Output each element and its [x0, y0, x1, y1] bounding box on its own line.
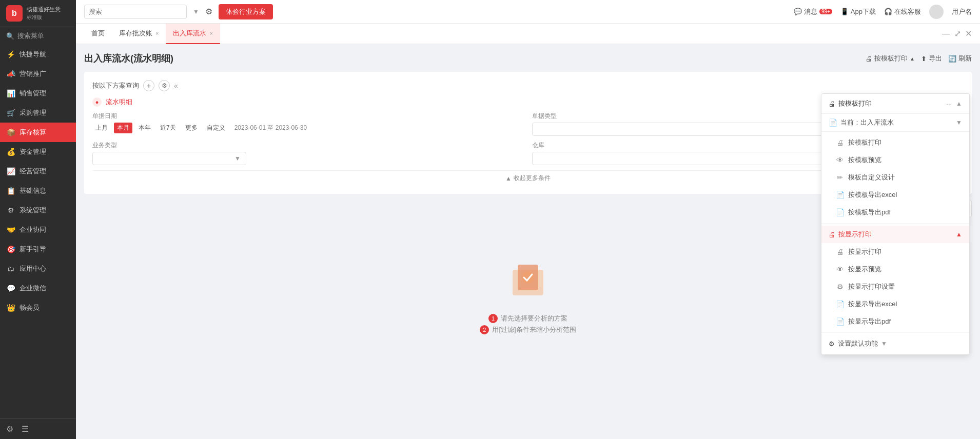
display-print-label: 按显示打印 — [848, 247, 881, 256]
page-actions: 🖨 按模板打印 ▲ ⬆ 导出 🔄 刷新 — [866, 54, 972, 63]
sidebar-item-finance[interactable]: 💰 资金管理 — [0, 142, 76, 162]
export-btn[interactable]: ⬆ 导出 — [921, 54, 942, 63]
marketing-icon: 📣 — [6, 69, 15, 78]
date-tag-last-month[interactable]: 上月 — [92, 123, 111, 133]
sidebar-item-guide[interactable]: 🎯 新手引导 — [0, 240, 76, 259]
dropdown-header: 🖨 按模板打印 ··· ▲ — [821, 94, 969, 114]
date-field: 单据日期 上月 本月 本年 近7天 更多 自定义 2023-06-01 至 20… — [92, 112, 524, 133]
inventory-icon: 📦 — [6, 128, 15, 137]
message-icon: 💬 — [794, 8, 802, 15]
sidebar-item-wechat[interactable]: 💬 企业微信 — [0, 278, 76, 298]
current-template-row: 📄 当前：出入库流水 ▼ — [821, 114, 969, 132]
template-print-item[interactable]: 🖨 按模板打印 — [821, 134, 969, 151]
display-print-settings-item[interactable]: ⚙ 按显示打印设置 — [821, 278, 969, 295]
set-default-btn[interactable]: ⚙ 设置默认功能 ▼ — [829, 336, 887, 351]
customer-service-btn[interactable]: 🎧 在线客服 — [884, 7, 921, 16]
tab-close-all-icon[interactable]: ✕ — [965, 29, 972, 38]
tab-inventory-batch-close[interactable]: × — [155, 30, 159, 36]
collapse-btn[interactable]: ▲ 收起更多条件 — [505, 174, 551, 183]
refresh-btn[interactable]: 🔄 刷新 — [948, 54, 972, 63]
sidebar-item-label: 应用中心 — [19, 264, 46, 273]
filter-header: 按以下方案查询 + ⚙ « — [92, 80, 964, 91]
chevron-up-icon: ▲ — [505, 175, 512, 182]
date-tag-more[interactable]: 更多 — [182, 123, 201, 133]
print-icon-dropdown: 🖨 — [829, 100, 835, 108]
filter-add-btn[interactable]: + — [143, 80, 154, 91]
sidebar-item-quick-nav[interactable]: ⚡ 快捷导航 — [0, 45, 76, 64]
operations-icon: 📈 — [6, 167, 15, 176]
message-btn[interactable]: 💬 消息 99+ — [794, 7, 832, 16]
sidebar-search[interactable]: 🔍 搜索菜单 — [0, 27, 76, 45]
bottom-menu-icon[interactable]: ☰ — [22, 424, 29, 434]
tab-home[interactable]: 首页 — [84, 24, 112, 44]
user-name: 用户名 — [952, 7, 972, 16]
date-tag-last-7[interactable]: 近7天 — [157, 123, 179, 133]
dropdown-panel: 🖨 按模板打印 ··· ▲ 📄 当前：出入库流水 ▼ 🖨 — [821, 93, 970, 355]
sidebar: b 畅捷通好生意 标准版 🔍 搜索菜单 ⚡ 快捷导航 📣 营销推广 📊 销售管理… — [0, 0, 76, 439]
print-template-label: 按模板打印 — [874, 54, 908, 63]
tab-stock-flow-close[interactable]: × — [209, 30, 212, 36]
phone-icon: 📱 — [840, 8, 849, 15]
display-settings-icon: ⚙ — [836, 283, 844, 291]
print-chevron-icon: ▲ — [910, 56, 915, 62]
template-preview-item[interactable]: 👁 按模板预览 — [821, 151, 969, 169]
display-preview-icon: 👁 — [836, 265, 844, 273]
chevron-down-icon[interactable]: ▼ — [193, 8, 199, 15]
sidebar-item-purchase[interactable]: 🛒 采购管理 — [0, 103, 76, 123]
display-preview-item[interactable]: 👁 按显示预览 — [821, 261, 969, 278]
sidebar-item-member[interactable]: 👑 畅会员 — [0, 298, 76, 317]
sidebar-item-operations[interactable]: 📈 经营管理 — [0, 162, 76, 181]
tab-inventory-batch[interactable]: 库存批次账 × — [112, 24, 166, 44]
filter-collapse-btn[interactable]: « — [174, 82, 178, 90]
dropdown-more-icon[interactable]: ··· — [946, 100, 952, 108]
sidebar-item-inventory[interactable]: 📦 库存核算 — [0, 123, 76, 142]
sidebar-item-system[interactable]: ⚙ 系统管理 — [0, 201, 76, 220]
sidebar-item-sales[interactable]: 📊 销售管理 — [0, 84, 76, 103]
date-tag-custom[interactable]: 自定义 — [204, 123, 228, 133]
bottom-settings-icon[interactable]: ⚙ — [6, 424, 13, 434]
app-logo-text: 畅捷通好生意 — [27, 6, 61, 13]
template-excel-item[interactable]: 📄 按模板导出excel — [821, 186, 969, 204]
display-excel-item[interactable]: 📄 按显示导出excel — [821, 295, 969, 313]
template-custom-icon: ✏ — [836, 173, 844, 182]
app-download-btn[interactable]: 📱 App下载 — [840, 7, 876, 16]
display-print-collapse-icon[interactable]: ▲ — [956, 231, 962, 238]
date-tag-this-year[interactable]: 本年 — [135, 123, 154, 133]
template-custom-item[interactable]: ✏ 模板自定义设计 — [821, 169, 969, 186]
display-print-icon: 🖨 — [836, 248, 844, 256]
tab-expand-icon[interactable]: ⤢ — [954, 29, 961, 38]
date-tag-this-month[interactable]: 本月 — [114, 123, 132, 133]
template-excel-icon: 📄 — [836, 191, 844, 199]
display-print-header[interactable]: 🖨 按显示打印 ▲ — [821, 226, 969, 243]
page-title: 出入库流水(流水明细) — [84, 52, 173, 65]
sidebar-item-marketing[interactable]: 📣 营销推广 — [0, 64, 76, 84]
stream-tag-badge: ● — [92, 97, 102, 107]
sidebar-item-label: 新手引导 — [19, 245, 46, 254]
template-pdf-icon: 📄 — [836, 208, 844, 216]
filter-settings-btn[interactable]: ⚙ — [159, 80, 170, 91]
tab-stock-flow[interactable]: 出入库流水 × — [166, 24, 220, 44]
message-badge: 99+ — [819, 9, 832, 14]
business-type-select[interactable]: ▼ — [92, 152, 246, 165]
dropdown-title: 🖨 按模板打印 — [829, 99, 872, 108]
sidebar-item-appstore[interactable]: 🗂 应用中心 — [0, 259, 76, 278]
search-icon: 🔍 — [6, 32, 14, 40]
search-input[interactable] — [84, 5, 187, 19]
display-pdf-item[interactable]: 📄 按显示导出pdf — [821, 313, 969, 330]
dropdown-footer: ⚙ 设置默认功能 ▼ — [821, 333, 969, 354]
template-pdf-item[interactable]: 📄 按模板导出pdf — [821, 204, 969, 221]
template-print-icon: 🖨 — [836, 138, 844, 147]
industry-btn[interactable]: 体验行业方案 — [219, 4, 273, 19]
display-pdf-label: 按显示导出pdf — [848, 317, 891, 326]
tab-minimize-icon[interactable]: — — [942, 29, 950, 38]
stream-tag-label: 流水明细 — [106, 97, 132, 107]
current-chevron-icon[interactable]: ▼ — [956, 119, 962, 126]
sidebar-item-basic[interactable]: 📋 基础信息 — [0, 181, 76, 201]
dropdown-collapse-icon[interactable]: ▲ — [956, 100, 962, 107]
display-print-item[interactable]: 🖨 按显示打印 — [821, 243, 969, 261]
print-template-btn[interactable]: 🖨 按模板打印 ▲ — [866, 54, 915, 63]
finance-icon: 💰 — [6, 147, 15, 156]
sidebar-item-collab[interactable]: 🤝 企业协同 — [0, 220, 76, 240]
user-avatar[interactable] — [929, 5, 944, 19]
topbar-gear-icon[interactable]: ⚙ — [205, 7, 212, 16]
